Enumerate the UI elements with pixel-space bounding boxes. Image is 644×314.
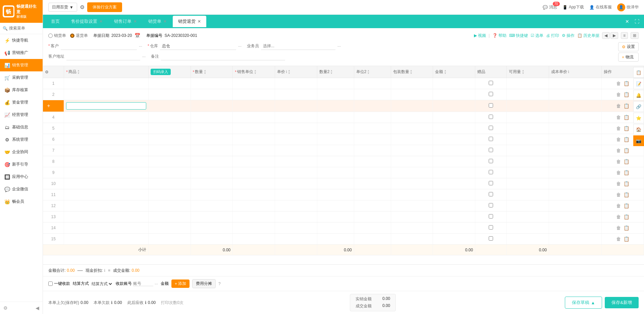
copy-row-btn[interactable]: 📋 (623, 80, 630, 87)
close-return-tab-btn[interactable]: ✕ (198, 19, 201, 24)
shortcut-action[interactable]: ⌨ 快捷键 (509, 33, 528, 39)
remark-input[interactable] (161, 53, 285, 60)
pkg-cell[interactable] (391, 234, 433, 245)
right-tool-link[interactable]: 🔗 (633, 101, 644, 112)
pkg-cell[interactable] (391, 78, 433, 89)
tab-price-settings[interactable]: 售价提取设置 ✕ (66, 16, 108, 27)
unit-cell[interactable] (233, 200, 275, 211)
maximize-btn[interactable]: ⛶ (633, 17, 641, 25)
sidebar-item-operations[interactable]: 📈 经营管理 (0, 109, 43, 121)
gift-checkbox[interactable] (489, 92, 493, 96)
delete-row-btn[interactable]: 🗑 (615, 103, 622, 109)
close-sales-order-tab-btn[interactable]: ✕ (133, 19, 137, 24)
price-cell[interactable] (275, 189, 317, 200)
qty-cell[interactable] (191, 100, 233, 112)
copy-row-btn[interactable]: 📋 (623, 147, 630, 154)
unit2-cell[interactable] (354, 189, 391, 200)
history-action[interactable]: 📋 历史单据 (577, 33, 599, 39)
amount-cell[interactable] (433, 189, 475, 200)
price-cell[interactable] (275, 167, 317, 178)
pkg-cell[interactable] (391, 223, 433, 234)
tab-sales[interactable]: 销货单 ✕ (143, 16, 172, 27)
qty2-cell[interactable] (317, 223, 354, 234)
add-payment-btn[interactable]: + 添加 (171, 279, 190, 288)
pkg-cell[interactable] (391, 100, 433, 112)
qty2-cell[interactable] (317, 200, 354, 211)
gift-cell[interactable] (475, 167, 507, 178)
unit-cell[interactable] (233, 156, 275, 167)
unit-cell[interactable] (233, 89, 275, 100)
pkg-cell[interactable] (391, 167, 433, 178)
copy-row-btn[interactable]: 📋 (623, 225, 630, 231)
gift-checkbox[interactable] (489, 214, 493, 218)
sidebar-item-basic[interactable]: 🗂 基础信息 (0, 121, 43, 133)
unit2-cell[interactable] (354, 200, 391, 211)
salesperson-input[interactable] (261, 42, 335, 50)
qty2-cell[interactable] (317, 134, 354, 145)
product-cell[interactable] (64, 156, 148, 167)
amount-cell[interactable] (433, 78, 475, 89)
gift-cell[interactable] (475, 89, 507, 100)
unit2-cell[interactable] (354, 112, 391, 123)
unit-cell[interactable] (233, 112, 275, 123)
price-cell[interactable] (275, 178, 317, 189)
qty2-cell[interactable] (317, 211, 354, 223)
right-tool-note[interactable]: 📝 (633, 78, 644, 89)
sidebar-item-finance[interactable]: 💰 资金管理 (0, 96, 43, 109)
gift-checkbox[interactable] (489, 159, 493, 163)
right-tool-home[interactable]: 🏠 (633, 124, 644, 135)
gift-cell[interactable] (475, 211, 507, 223)
logistics-btn[interactable]: + 物流 (618, 53, 639, 62)
amount-cell[interactable] (433, 211, 475, 223)
gift-checkbox[interactable] (489, 115, 493, 119)
delete-row-btn[interactable]: 🗑 (615, 114, 622, 121)
salesperson-dots[interactable]: ··· (337, 44, 341, 49)
save-new-btn[interactable]: 保存&新增 (605, 297, 639, 308)
amount-cell[interactable] (433, 112, 475, 123)
product-cell[interactable] (64, 134, 148, 145)
qty-cell[interactable] (191, 200, 233, 211)
product-cell[interactable] (64, 189, 148, 200)
gift-checkbox[interactable] (489, 81, 493, 85)
avail-sort-icon[interactable]: ▲▼ (522, 69, 524, 75)
amount-cell[interactable] (433, 145, 475, 156)
gift-cell[interactable] (475, 200, 507, 211)
sidebar-search[interactable]: 🔍 搜索菜单 (0, 23, 43, 34)
delete-row-btn[interactable]: 🗑 (615, 125, 622, 132)
video-action[interactable]: ▶ 视频 (474, 33, 486, 39)
expense-split-btn[interactable]: 费用分摊 (192, 279, 216, 288)
product-cell[interactable] (64, 112, 148, 123)
delete-row-btn[interactable]: 🗑 (615, 191, 622, 198)
warehouse-input[interactable] (160, 42, 236, 50)
qty2-cell[interactable] (317, 178, 354, 189)
qty2-cell[interactable] (317, 112, 354, 123)
radio-sale[interactable]: 销货单 (48, 33, 66, 39)
gift-cell[interactable] (475, 100, 507, 112)
next-history-btn[interactable]: ▶ (610, 32, 618, 39)
price-cell[interactable] (275, 145, 317, 156)
copy-row-btn[interactable]: 📋 (623, 180, 630, 187)
sidebar-item-purchase[interactable]: 🛒 采购管理 (0, 71, 43, 84)
gift-cell[interactable] (475, 223, 507, 234)
select-action[interactable]: ☑ 选单 (531, 33, 543, 39)
amount-cell[interactable] (433, 167, 475, 178)
trial-btn[interactable]: 体验行业方案 (87, 2, 122, 12)
onepay-checkbox-input[interactable] (48, 281, 53, 286)
copy-row-btn[interactable]: 📋 (623, 213, 630, 220)
unit-sort-icon[interactable]: ▲▼ (254, 69, 257, 75)
price-cell[interactable] (275, 234, 317, 245)
qty2-cell[interactable] (317, 145, 354, 156)
account-dots[interactable]: ··· (155, 281, 158, 286)
sidebar-item-cooperation[interactable]: 🤝 企业协同 (0, 146, 43, 158)
sidebar-item-sales[interactable]: 📊 销售管理 (0, 59, 43, 71)
sidebar-item-newbie[interactable]: 🎯 新手引导 (0, 158, 43, 171)
qty2-cell[interactable] (317, 123, 354, 134)
unit2-cell[interactable] (354, 89, 391, 100)
delete-row-btn[interactable]: 🗑 (615, 136, 622, 143)
radio-sale-input[interactable] (48, 34, 53, 38)
qty2-cell[interactable] (317, 78, 354, 89)
delete-row-btn[interactable]: 🗑 (615, 158, 622, 165)
qty2-cell[interactable] (317, 234, 354, 245)
delete-row-btn[interactable]: 🗑 (615, 169, 622, 176)
unit2-cell[interactable] (354, 100, 391, 112)
